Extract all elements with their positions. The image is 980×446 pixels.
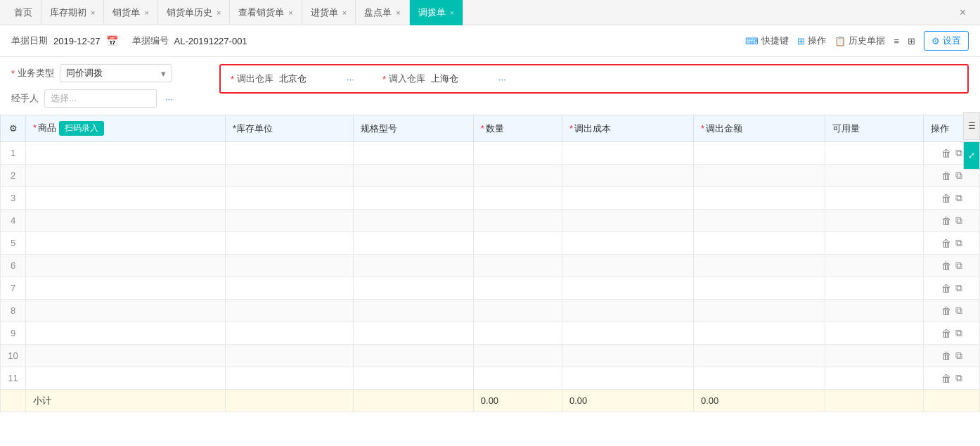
handler-more-icon[interactable]: ··· [165,94,173,104]
cell-available[interactable] [825,367,923,390]
cell-amount[interactable] [693,165,825,187]
copy-icon[interactable]: ⧉ [955,327,962,339]
copy-icon[interactable]: ⧉ [955,192,962,204]
cell-spec[interactable] [354,277,473,300]
cell-spec[interactable] [354,210,473,232]
delete-icon[interactable]: 🗑 [941,148,951,159]
copy-icon[interactable]: ⧉ [955,237,962,249]
tab-close-view-sales[interactable]: × [288,8,292,17]
cell-spec[interactable] [354,232,473,255]
copy-icon[interactable]: ⧉ [955,147,962,159]
cell-unit[interactable] [226,232,354,255]
layout-icon-list[interactable]: ≡ [894,36,899,46]
copy-icon[interactable]: ⧉ [955,350,962,362]
copy-icon[interactable]: ⧉ [955,282,962,294]
cell-available[interactable] [825,255,923,277]
copy-icon[interactable]: ⧉ [955,305,962,317]
cell-cost[interactable] [562,255,694,277]
cell-quantity[interactable] [473,187,562,210]
cell-product[interactable] [26,300,226,322]
cell-cost[interactable] [562,367,694,390]
delete-icon[interactable]: 🗑 [941,373,951,384]
cell-amount[interactable] [693,322,825,345]
side-list-btn[interactable]: ☰ [963,112,980,140]
copy-icon[interactable]: ⧉ [955,260,962,272]
cell-unit[interactable] [226,277,354,300]
cell-amount[interactable] [693,367,825,390]
tab-close-stocktake[interactable]: × [396,8,400,17]
shortcut-action[interactable]: ⌨ 快捷键 [745,34,789,47]
business-type-select[interactable]: 同价调拨 ▾ [60,64,172,82]
cell-product[interactable] [26,367,226,390]
cell-spec[interactable] [354,142,473,165]
side-expand-btn[interactable]: ⤢ [963,141,980,170]
history-action[interactable]: 📋 历史单据 [834,34,885,47]
cell-amount[interactable] [693,300,825,322]
cell-quantity[interactable] [473,210,562,232]
cell-unit[interactable] [226,322,354,345]
cell-available[interactable] [825,232,923,255]
cell-amount[interactable] [693,345,825,367]
cell-available[interactable] [825,210,923,232]
handler-select[interactable]: 选择... [44,89,157,108]
tab-sales-order[interactable]: 销货单 × [104,0,157,25]
cell-available[interactable] [825,187,923,210]
calendar-icon[interactable]: 📅 [106,35,118,46]
tab-close-purchase[interactable]: × [342,8,347,17]
tab-home[interactable]: 首页 [6,0,41,25]
cell-quantity[interactable] [473,255,562,277]
cell-quantity[interactable] [473,277,562,300]
cell-amount[interactable] [693,255,825,277]
copy-icon[interactable]: ⧉ [955,372,962,384]
cell-unit[interactable] [226,300,354,322]
transfer-out-more-icon[interactable]: ··· [347,74,354,84]
cell-cost[interactable] [562,187,694,210]
cell-cost[interactable] [562,345,694,367]
delete-icon[interactable]: 🗑 [941,305,951,317]
cell-cost[interactable] [562,232,694,255]
delete-icon[interactable]: 🗑 [941,238,951,249]
cell-quantity[interactable] [473,142,562,165]
delete-icon[interactable]: 🗑 [941,350,951,362]
cell-available[interactable] [825,165,923,187]
cell-amount[interactable] [693,142,825,165]
tab-close-transfer[interactable]: × [450,8,454,17]
cell-product[interactable] [26,345,226,367]
cell-quantity[interactable] [473,300,562,322]
cell-amount[interactable] [693,187,825,210]
delete-icon[interactable]: 🗑 [941,283,951,294]
cell-spec[interactable] [354,367,473,390]
cell-quantity[interactable] [473,232,562,255]
cell-unit[interactable] [226,187,354,210]
delete-icon[interactable]: 🗑 [941,328,951,339]
delete-icon[interactable]: 🗑 [941,170,951,181]
cell-available[interactable] [825,322,923,345]
copy-icon[interactable]: ⧉ [955,215,962,227]
cell-spec[interactable] [354,322,473,345]
cell-product[interactable] [26,187,226,210]
copy-icon[interactable]: ⧉ [955,170,962,181]
cell-spec[interactable] [354,187,473,210]
layout-icon-grid[interactable]: ⊞ [908,36,915,46]
settings-button[interactable]: ⚙ 设置 [924,31,969,51]
cell-unit[interactable] [226,345,354,367]
cell-unit[interactable] [226,255,354,277]
cell-cost[interactable] [562,210,694,232]
cell-product[interactable] [26,322,226,345]
cell-quantity[interactable] [473,165,562,187]
delete-icon[interactable]: 🗑 [941,215,951,227]
cell-unit[interactable] [226,210,354,232]
th-gear[interactable]: ⚙ [1,115,26,142]
cell-amount[interactable] [693,277,825,300]
scan-entry-button[interactable]: 扫码录入 [59,121,104,136]
cell-unit[interactable] [226,142,354,165]
tab-stocktake[interactable]: 盘点单 × [356,0,409,25]
cell-amount[interactable] [693,232,825,255]
tab-close-inventory-init[interactable]: × [91,8,95,17]
cell-unit[interactable] [226,165,354,187]
cell-available[interactable] [825,142,923,165]
operations-action[interactable]: ⊞ 操作 [797,34,826,47]
tab-close-sales-order[interactable]: × [144,8,148,17]
delete-icon[interactable]: 🗑 [941,193,951,204]
cell-available[interactable] [825,300,923,322]
